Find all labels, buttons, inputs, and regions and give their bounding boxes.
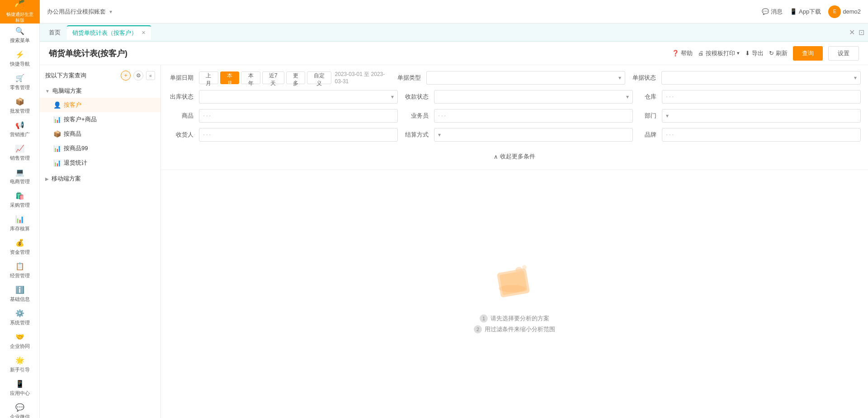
date-btn-last-month[interactable]: 上月 xyxy=(199,71,218,84)
tab-bar: 首页 销货单统计表（按客户） ✕ ✕ ⊡ xyxy=(40,24,868,42)
sidebar-item-6[interactable]: 💻电商管理 xyxy=(0,165,39,188)
scheme-item-0[interactable]: 👤按客户 xyxy=(40,98,160,112)
receipt-status-select[interactable]: ▾ xyxy=(434,90,633,104)
sidebar-item-10[interactable]: 📋经营管理 xyxy=(0,259,39,282)
sidebar-label-0: 搜索菜单 xyxy=(10,37,30,44)
sidebar-item-9[interactable]: 💰资金管理 xyxy=(0,235,39,259)
message-button[interactable]: 💬 消息 xyxy=(762,8,783,16)
tab-maximize-icon[interactable]: ⊡ xyxy=(859,28,864,37)
logo-text: 畅捷通好生意 xyxy=(6,12,33,17)
product-label: 商品 xyxy=(168,112,193,120)
template-print-label: 按模板打印 xyxy=(706,49,735,57)
receipt-status-arrow: ▾ xyxy=(626,94,629,100)
sidebar-item-7[interactable]: 🛍️采购管理 xyxy=(0,188,39,212)
user-menu[interactable]: E demo2 xyxy=(828,5,861,18)
sidebar-icon-12: ⚙️ xyxy=(15,309,24,318)
scheme-group-mobile-header[interactable]: ▶ 移动端方案 xyxy=(40,172,160,185)
scheme-icons: + ⚙ « xyxy=(121,71,155,81)
sidebar-item-5[interactable]: 📈销售管理 xyxy=(0,141,39,165)
logo: 🍊 畅捷通好生意 标版 xyxy=(0,0,40,24)
sidebar-item-3[interactable]: 📦批发管理 xyxy=(0,94,39,118)
scheme-collapse-button[interactable]: « xyxy=(146,71,155,80)
scheme-settings-button[interactable]: ⚙ xyxy=(133,71,143,81)
salesperson-select[interactable]: ··· xyxy=(434,109,633,123)
sidebar-item-14[interactable]: 🌟新手引导 xyxy=(0,353,39,376)
warehouse-select[interactable]: ··· xyxy=(662,90,861,104)
scheme-item-3[interactable]: 📊按商品99 xyxy=(40,141,160,156)
sidebar-item-16[interactable]: 💬企业微信 xyxy=(0,400,39,418)
sidebar-icon-4: 📢 xyxy=(15,121,24,129)
app-download-button[interactable]: 📱 App下载 xyxy=(790,8,821,16)
tab-home-label: 首页 xyxy=(49,28,61,37)
svg-point-4 xyxy=(522,265,527,270)
settings-button[interactable]: 设置 xyxy=(828,46,859,61)
empty-hint-2: 2 用过滤条件来缩小分析范围 xyxy=(474,325,555,333)
export-button[interactable]: ⬇ 导出 xyxy=(745,49,764,57)
sidebar-label-16: 企业微信 xyxy=(10,413,30,418)
refresh-button[interactable]: ↻ 刷新 xyxy=(769,49,788,57)
scheme-group-desktop-header[interactable]: ▼ 电脑端方案 xyxy=(40,84,160,98)
date-filter: 上月 本月 本年 近7天 更多 自定义 2023-03-01 至 2023-03… xyxy=(199,71,390,85)
scheme-item-1[interactable]: 📊按客户+商品 xyxy=(40,112,160,127)
header-dropdown-text[interactable]: 办公用品行业模拟账套 xyxy=(47,8,106,16)
sidebar-item-15[interactable]: 📱应用中心 xyxy=(0,376,39,400)
empty-illustration xyxy=(487,255,542,309)
tab-home[interactable]: 首页 xyxy=(43,25,66,40)
scheme-item-icon-1: 📊 xyxy=(53,116,61,123)
scheme-group-desktop: ▼ 电脑端方案 👤按客户📊按客户+商品📦按商品📊按商品99📊退货统计 xyxy=(40,84,160,170)
doc-type-select[interactable]: ▾ xyxy=(426,71,626,85)
logo-subtitle: 标版 xyxy=(15,17,24,24)
collapse-button[interactable]: ∧ 收起更多条件 xyxy=(494,149,535,164)
content-area: 按以下方案查询 + ⚙ « ▼ 电脑端方案 👤按客户📊按客户+商品📦按商品📊按商… xyxy=(40,65,868,418)
out-status-arrow: ▾ xyxy=(391,94,394,100)
query-button[interactable]: 查询 xyxy=(793,46,823,61)
sidebar-icon-1: ⚡ xyxy=(15,50,24,59)
scheme-group-desktop-label: 电脑端方案 xyxy=(52,87,82,95)
out-status-select[interactable]: ▾ xyxy=(199,90,398,104)
template-print-button[interactable]: 🖨 按模板打印 ▾ xyxy=(698,49,740,57)
filter-area: 单据日期 上月 本月 本年 近7天 更多 自定义 2023-03-01 至 20… xyxy=(161,65,868,170)
scheme-item-2[interactable]: 📦按商品 xyxy=(40,127,160,141)
product-select[interactable]: ··· xyxy=(199,109,398,123)
main-area: 办公用品行业模拟账套 ▾ 💬 消息 📱 App下载 E demo2 首页 销货单… xyxy=(40,0,868,418)
sidebar-item-4[interactable]: 📢营销推广 xyxy=(0,118,39,141)
brand-select[interactable]: ··· xyxy=(662,128,861,142)
sidebar-item-8[interactable]: 📊库存核算 xyxy=(0,212,39,235)
salesperson-dots: ··· xyxy=(438,112,447,120)
svg-point-2 xyxy=(499,285,526,292)
sidebar-item-1[interactable]: ⚡快捷导航 xyxy=(0,47,39,71)
sidebar-icon-6: 💻 xyxy=(15,168,24,176)
sidebar-item-0[interactable]: 🔍搜索菜单 xyxy=(0,24,39,47)
sidebar-item-12[interactable]: ⚙️系统管理 xyxy=(0,306,39,329)
sidebar-item-13[interactable]: 🤝企业协同 xyxy=(0,329,39,353)
payment-label: 结算方式 xyxy=(403,131,429,139)
department-select[interactable]: ▾ xyxy=(662,109,861,123)
sidebar-item-2[interactable]: 🛒零售管理 xyxy=(0,71,39,94)
sidebar-label-9: 资金管理 xyxy=(10,249,30,256)
tab-close-icon[interactable]: ✕ xyxy=(849,28,855,37)
filter-row-1: 单据日期 上月 本月 本年 近7天 更多 自定义 2023-03-01 至 20… xyxy=(168,71,861,85)
receiver-select[interactable]: ··· xyxy=(199,128,398,142)
scheme-item-label-1: 按客户+商品 xyxy=(64,115,97,124)
sidebar-icon-16: 💬 xyxy=(15,403,24,412)
sidebar-item-11[interactable]: ℹ️基础信息 xyxy=(0,282,39,306)
hint-num-2: 2 xyxy=(474,325,482,333)
sidebar-icon-0: 🔍 xyxy=(15,27,24,35)
date-btn-last-7-days[interactable]: 近7天 xyxy=(262,71,284,84)
export-label: 导出 xyxy=(752,49,764,57)
sidebar-label-10: 经营管理 xyxy=(10,272,30,279)
date-btn-this-year[interactable]: 本年 xyxy=(241,71,260,84)
date-btn-more[interactable]: 更多 xyxy=(286,71,306,84)
date-btn-this-month[interactable]: 本月 xyxy=(220,71,240,84)
scheme-item-4[interactable]: 📊退货统计 xyxy=(40,156,160,170)
tab-sales-stat[interactable]: 销货单统计表（按客户） ✕ xyxy=(67,25,151,40)
help-button[interactable]: ❓ 帮助 xyxy=(672,49,693,57)
doc-status-select[interactable]: ▾ xyxy=(661,71,861,85)
header-dropdown-arrow[interactable]: ▾ xyxy=(109,9,112,15)
date-btn-custom[interactable]: 自定义 xyxy=(307,71,331,84)
tab-close-button[interactable]: ✕ xyxy=(142,30,146,36)
scheme-add-button[interactable]: + xyxy=(121,71,131,81)
sidebar-icon-2: 🛒 xyxy=(15,74,24,82)
scheme-group-mobile-label: 移动端方案 xyxy=(52,175,81,183)
payment-select[interactable]: ▾ xyxy=(434,128,633,142)
